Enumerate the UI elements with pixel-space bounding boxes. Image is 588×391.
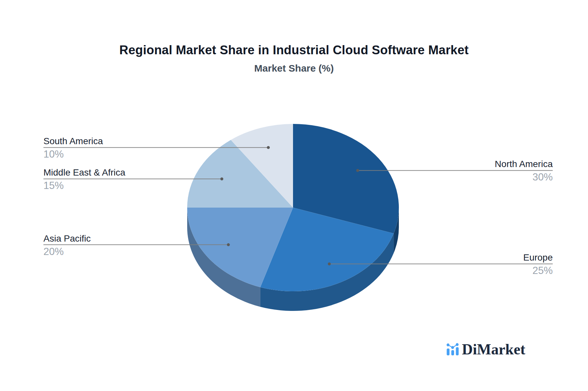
pie-chart-svg (0, 0, 588, 391)
callout-dot-europe (328, 263, 331, 265)
slice-label-middle-east-africa: Middle East & Africa (43, 168, 125, 177)
slice-value-south-america: 10% (43, 149, 64, 159)
chart-page: Regional Market Share in Industrial Clou… (0, 0, 588, 391)
slice-label-asia-pacific: Asia Pacific (43, 234, 91, 243)
bar-chart-trend-icon (444, 337, 462, 360)
slice-label-europe: Europe (523, 253, 553, 262)
slice-label-north-america: North America (495, 160, 553, 169)
callout-dot-south-america (267, 146, 270, 149)
slice-value-north-america: 30% (532, 172, 553, 182)
slice-value-asia-pacific: 20% (43, 246, 64, 257)
slice-value-middle-east-africa: 15% (43, 180, 64, 191)
slice-value-europe: 25% (532, 265, 553, 276)
logo-wordmark: DiMarket (462, 342, 525, 357)
callout-dot-middle-east-africa (220, 178, 223, 180)
callout-dot-north-america (356, 169, 359, 172)
dimarket-logo: DiMarket (444, 337, 552, 363)
pie-chart-area: North America 30% Europe 25% Asia Pacifi… (0, 0, 588, 391)
slice-label-south-america: South America (43, 137, 103, 146)
callout-dot-asia-pacific (227, 243, 230, 246)
